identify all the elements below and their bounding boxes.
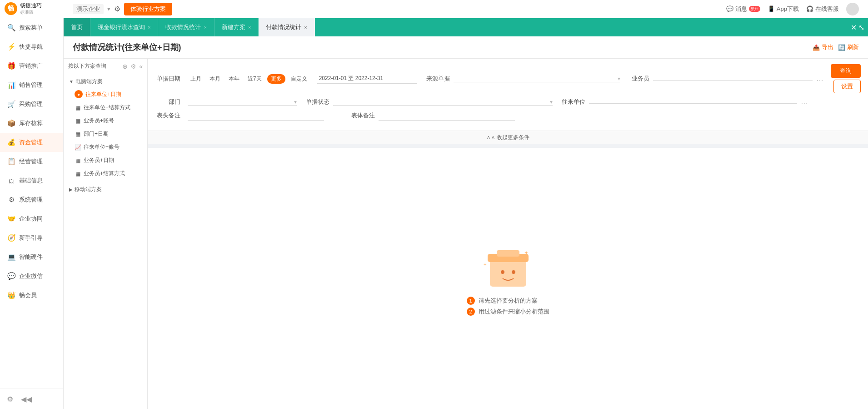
source-select[interactable]: ▾	[454, 76, 620, 82]
tab-cash-bank-close[interactable]: ×	[148, 25, 150, 30]
sidebar-item-finance[interactable]: 💰 资金管理	[0, 133, 63, 152]
mobile-group-arrow-icon: ▶	[69, 187, 73, 192]
scheme-add-icon[interactable]: ⊕	[122, 63, 128, 70]
scheme-header-label: 按以下方案查询	[68, 62, 106, 70]
logo-text-block: 畅捷通巧 标准版	[20, 2, 42, 15]
user-avatar[interactable]	[846, 3, 859, 15]
voucher-status-label: 单据状态	[304, 98, 329, 106]
sidebar-item-basic-info[interactable]: 🗂 基础信息	[0, 171, 63, 190]
date-last-7days[interactable]: 近7天	[245, 74, 264, 84]
company-name[interactable]: 演示企业	[73, 4, 104, 14]
counterpart-value	[589, 101, 798, 103]
hardware-icon: 💻	[7, 253, 15, 261]
filter-line-2: 部门 ▾ 单据状态 ▾	[155, 98, 861, 106]
scheme-item-salesman-settle[interactable]: ▦ 业务员+结算方式	[64, 167, 147, 180]
inventory-icon: 📦	[7, 119, 15, 127]
sidebar-label-search: 搜索菜单	[19, 24, 43, 32]
date-this-year[interactable]: 本年	[226, 74, 242, 84]
sidebar-label-hardware: 智能硬件	[19, 253, 43, 261]
settings-icon[interactable]: ⚙	[114, 5, 120, 13]
online-service-label: 在线客服	[815, 5, 839, 13]
scheme-group-mobile-title[interactable]: ▶ 移动端方案	[64, 184, 147, 195]
sidebar-label-inventory: 库存核算	[19, 119, 43, 127]
header-note-label: 表头备注	[155, 111, 180, 120]
enterprise-icon: 🤝	[7, 215, 15, 223]
date-more-tag[interactable]: 更多	[267, 74, 285, 84]
expand-tab-icon[interactable]: ⤡	[858, 23, 864, 32]
tab-new-scheme-close[interactable]: ×	[248, 25, 251, 30]
close-tab-icon[interactable]: ✕	[851, 23, 857, 32]
query-button[interactable]: 查询	[831, 64, 861, 78]
scheme-group-desktop-title[interactable]: ▼ 电脑端方案	[64, 76, 147, 87]
messages-label: 消息	[735, 5, 747, 13]
empty-hint-1: 1 请先选择要分析的方案	[467, 297, 549, 305]
tab-payment-stats-close[interactable]: ×	[304, 25, 307, 30]
dept-select[interactable]: ▾	[188, 99, 297, 106]
app-download-item[interactable]: 📱 App下载	[768, 5, 799, 13]
scheme-item-counterpart-account[interactable]: 📈 往来单位+账号	[64, 141, 147, 154]
messages-item[interactable]: 💬 消息 99+	[726, 5, 760, 13]
sidebar-item-enterprise[interactable]: 🤝 企业协同	[0, 209, 63, 228]
collapse-sidebar-icon[interactable]: ◀◀	[20, 393, 33, 405]
tab-home[interactable]: 首页	[64, 18, 90, 36]
sidebar-item-member[interactable]: 👑 畅会员	[0, 286, 63, 305]
export-icon: 📤	[813, 44, 820, 51]
header-note-input[interactable]	[188, 111, 324, 121]
main-layout: 🔍 搜索菜单 ⚡ 快捷导航 🎁 营销推广 📊 销售管理 🛒 采购管理 📦 库存核…	[0, 18, 868, 409]
counterpart-more-icon[interactable]: …	[801, 98, 808, 106]
sidebar-item-search[interactable]: 🔍 搜索菜单	[0, 18, 63, 37]
scheme-item-salesman-date[interactable]: ▦ 业务员+日期	[64, 154, 147, 167]
sidebar-item-weixin[interactable]: 💬 企业微信	[0, 267, 63, 286]
sidebar-item-hardware[interactable]: 💻 智能硬件	[0, 247, 63, 267]
sidebar-item-guide[interactable]: 🧭 新手引导	[0, 228, 63, 247]
business-more-icon[interactable]: …	[816, 75, 823, 83]
dropdown-icon[interactable]: ▾	[107, 5, 110, 12]
collapse-bar[interactable]: ∧∧ 收起更多条件	[148, 131, 868, 144]
tab-cash-bank[interactable]: 现金银行流水查询 ×	[90, 18, 158, 36]
sidebar-item-system[interactable]: ⚙ 系统管理	[0, 190, 63, 209]
sidebar-item-sales[interactable]: 📊 销售管理	[0, 76, 63, 95]
date-custom[interactable]: 自定义	[288, 74, 310, 84]
group-desktop-label: 电脑端方案	[75, 78, 103, 86]
settings-button[interactable]: 设置	[833, 80, 861, 93]
business-select[interactable]	[653, 77, 813, 81]
tab-receipt-stats-close[interactable]: ×	[204, 25, 206, 30]
tab-new-scheme[interactable]: 新建方案 ×	[215, 18, 259, 36]
export-button[interactable]: 📤 导出	[813, 43, 833, 51]
date-label: 单据日期	[155, 75, 180, 83]
scheme-gear-icon[interactable]: ⚙	[130, 63, 136, 70]
sidebar-label-enterprise: 企业协同	[19, 215, 43, 223]
scheme-item-label-2: 业务员+账号	[84, 117, 114, 125]
top-header: 畅 畅捷通巧 标准版 演示企业 ▾ ⚙ 体验行业方案 💬 消息 99+ 📱 Ap…	[0, 0, 868, 18]
business-value	[653, 77, 813, 80]
sidebar-item-quick-nav[interactable]: ⚡ 快捷导航	[0, 37, 63, 56]
date-this-month[interactable]: 本月	[207, 74, 223, 84]
sidebar-item-purchase[interactable]: 🛒 采购管理	[0, 95, 63, 114]
online-service-item[interactable]: 🎧 在线客服	[806, 5, 839, 13]
sidebar-item-operations[interactable]: 📋 经营管理	[0, 152, 63, 171]
tab-home-label: 首页	[71, 23, 83, 31]
scheme-item-label-6: 业务员+结算方式	[84, 170, 125, 177]
refresh-button[interactable]: 🔄 刷新	[838, 43, 859, 51]
right-content: 单据日期 上月 本月 本年 近7天 更多 自定义 2022-01-01 至 20…	[148, 59, 868, 409]
main-body: 按以下方案查询 ⊕ ⚙ « ▼ 电脑端方案	[64, 59, 868, 409]
sidebar-item-inventory[interactable]: 📦 库存核算	[0, 114, 63, 133]
scheme-item-dept-date[interactable]: ▦ 部门+日期	[64, 127, 147, 141]
scheme-item-counterpart-settle[interactable]: ▦ 往来单位+结算方式	[64, 101, 147, 114]
tab-payment-stats[interactable]: 付款情况统计 ×	[259, 18, 314, 36]
date-last-month[interactable]: 上月	[188, 74, 204, 84]
operations-icon: 📋	[7, 157, 15, 166]
refresh-icon: 🔄	[838, 44, 845, 51]
sidebar-item-marketing[interactable]: 🎁 营销推广	[0, 56, 63, 76]
voucher-status-select[interactable]: ▾	[333, 99, 553, 106]
tab-receipt-stats[interactable]: 收款情况统计 ×	[158, 18, 214, 36]
settings-bottom-icon[interactable]: ⚙	[4, 393, 16, 405]
counterpart-select[interactable]	[589, 101, 798, 104]
trial-button[interactable]: 体验行业方案	[124, 3, 172, 15]
scheme-item-salesman-account[interactable]: ▦ 业务员+账号	[64, 114, 147, 127]
date-range-value[interactable]: 2022-01-01 至 2022-12-31	[317, 74, 417, 84]
scheme-item-counterpart-date[interactable]: ● 往来单位+日期	[64, 87, 147, 101]
scheme-collapse-icon[interactable]: «	[139, 63, 143, 70]
body-note-input[interactable]	[379, 111, 515, 121]
sidebar-label-quick-nav: 快捷导航	[19, 43, 43, 51]
